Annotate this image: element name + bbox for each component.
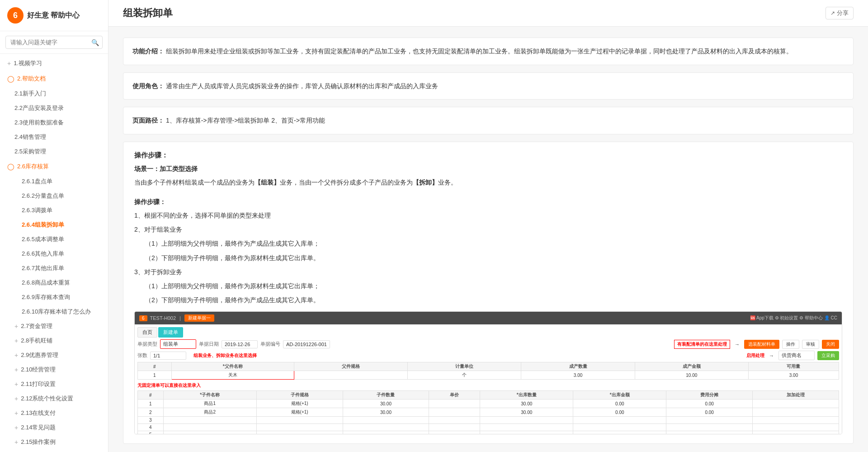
step-2-1: （1）上部明细为父件明细，最终作为产成品生成其它入库单；	[145, 238, 842, 249]
share-button[interactable]: ↗ 分享	[826, 7, 854, 19]
steps-title: 操作步骤：	[134, 198, 842, 206]
ss-annotation-mid2: 启用处理	[746, 352, 764, 359]
ss-parent-section: # *父件名称 父件规格 计量单位 成产数量 成产金额 可用量	[137, 362, 839, 380]
table-row: 5	[138, 431, 839, 434]
logo: 6 好生意 帮助中心	[0, 0, 108, 31]
sidebar-item-adjust-label: 2.6.3调拨单	[22, 206, 52, 214]
sidebar-item-fund[interactable]: + 2.7资金管理	[0, 319, 108, 333]
ss-org-field[interactable]: 供货商名	[778, 351, 815, 360]
sidebar-item-otherout-label: 2.6.7其他出库单	[22, 264, 64, 272]
sidebar-item-bookerr[interactable]: 2.6.10库存账本错了怎么办	[0, 305, 108, 319]
main-area: 组装拆卸单 ↗ 分享 功能介绍： 组装拆卸单用来处理企业组装或拆卸等加工业务，支…	[108, 0, 868, 452]
sidebar-item-install[interactable]: 2.2产品安装及登录	[0, 101, 108, 115]
ss-row2: 张数 1/1 组装业务、拆卸业务在这里选择 启用处理 → 供货商名 立采购	[137, 351, 839, 360]
sidebar-item-video-label: 1.视频学习	[14, 59, 42, 67]
table-row: 4	[138, 424, 839, 431]
ss-tab-new[interactable]: 新建单	[158, 327, 183, 338]
sidebar-item-new[interactable]: 2.1新手入门	[0, 86, 108, 101]
ss-th2-qty: 子件数量	[343, 391, 429, 400]
plus-icon-mobile: +	[14, 337, 18, 344]
scenario1-title: 场景一：加工类型选择	[134, 165, 842, 173]
ss-type-label: 单据类型	[137, 341, 157, 347]
ss-th2-name: *子件名称	[163, 391, 256, 400]
ss-code-value[interactable]: AD-20191226-001	[283, 340, 330, 348]
role-label: 使用角色：	[132, 82, 164, 90]
sidebar-item-stockbook[interactable]: 2.6.9库存账本查询	[0, 290, 108, 305]
role-text: 通常由生产人员或库管人员完成拆装业务的操作，库管人员确认原材料的出库和产成品的入…	[166, 82, 438, 90]
sidebar-item-faq-label: 2.14常见问题	[21, 423, 56, 432]
sidebar-item-payment-label: 2.13在线支付	[21, 409, 56, 417]
sidebar-item-payment[interactable]: + 2.13在线支付	[0, 406, 108, 420]
ss-action3[interactable]: 关闭	[822, 340, 839, 349]
ss-body: 自页 新建单 单据类型 组装单 单据日期 2019-12-26 单据编号 AD-…	[135, 324, 842, 434]
sidebar-item-custom[interactable]: + 2.12系统个性化设置	[0, 391, 108, 406]
sidebar-item-mobile[interactable]: + 2.8手机旺铺	[0, 333, 108, 348]
sidebar-item-coupon[interactable]: + 2.9优惠券管理	[0, 348, 108, 362]
sidebar-item-costadj[interactable]: 2.6.5成本调整单	[0, 232, 108, 247]
sidebar-item-ops[interactable]: + 2.10经营管理	[0, 362, 108, 377]
sidebar-item-print[interactable]: + 2.11打印设置	[0, 377, 108, 391]
ss-new-btn[interactable]: 新建单据一	[184, 314, 214, 322]
ss-th2-outamt: *出库金额	[573, 391, 666, 400]
plus-icon-print: +	[14, 381, 18, 388]
ss-tab-list[interactable]: 自页	[137, 327, 157, 338]
screenshot: 6 TEST-H002 | 新建单据一 🆘 App下载 ⚙ 初始设置 ⚙ 帮助中…	[135, 312, 842, 434]
sidebar-item-otherout[interactable]: 2.6.7其他出库单	[0, 261, 108, 276]
ss-num-value[interactable]: 1/1	[150, 352, 186, 360]
ss-select-btn[interactable]: 选装配材料单	[744, 340, 779, 349]
sidebar-item-docs[interactable]: ◯ 2.帮助文档	[0, 71, 108, 86]
sidebar-item-partial[interactable]: 2.6.2分量盘点单	[0, 189, 108, 203]
search-box: 🔍	[0, 31, 108, 54]
sidebar-item-mobile-label: 2.8手机旺铺	[21, 337, 52, 345]
sidebar-item-faq[interactable]: + 2.14常见问题	[0, 420, 108, 435]
sidebar-item-otherin[interactable]: 2.6.6其他入库单	[0, 247, 108, 261]
ss-sub-table: # *子件名称 子件规格 子件数量 单价 *出库数量 *出库金额 费用分摊 加加	[137, 390, 839, 434]
ss-logo: 6	[139, 315, 147, 321]
sidebar-item-stockcheck-label: 2.6.1盘点单	[22, 177, 52, 186]
sidebar-item-inventory[interactable]: ◯ 2.6库存核算	[0, 159, 108, 174]
plus-icon-cases: +	[14, 438, 18, 446]
plus-icon-custom: +	[14, 395, 18, 402]
content-area: 功能介绍： 组装拆卸单用来处理企业组装或拆卸等加工业务，支持有固定装配清单的产品…	[108, 27, 868, 452]
ss-action2[interactable]: 审核	[802, 340, 819, 349]
plus-icon-ops: +	[14, 366, 18, 373]
sidebar-item-video[interactable]: + 1.视频学习	[0, 56, 108, 71]
sidebar-item-assembly-label: 2.6.4组装拆卸单	[22, 221, 64, 229]
sidebar-item-fund-label: 2.7资金管理	[21, 322, 52, 330]
sidebar-item-partial-label: 2.6.2分量盘点单	[22, 192, 64, 200]
ss-th2-price: 单价	[429, 391, 480, 400]
sidebar-item-stockcheck[interactable]: 2.6.1盘点单	[0, 174, 108, 189]
sidebar-item-sales[interactable]: 2.4销售管理	[0, 130, 108, 144]
ss-type-value[interactable]: 组装单	[160, 339, 196, 349]
ss-date-value[interactable]: 2019-12-26	[222, 340, 258, 348]
ss-header-text: TEST-H002	[150, 315, 176, 321]
sidebar-item-print-label: 2.11打印设置	[21, 380, 56, 388]
sidebar-item-data-label: 2.3使用前数据准备	[14, 119, 64, 127]
table-row: 1 商品1 规格(+1) 30.00 30.00 0.00 0.00	[138, 400, 839, 408]
sidebar-item-sales-label: 2.4销售管理	[14, 133, 46, 141]
ss-confirm-btn[interactable]: 立采购	[817, 351, 839, 360]
sidebar-item-cases[interactable]: + 2.15操作案例	[0, 435, 108, 449]
ss-th2-num: #	[138, 391, 164, 400]
plus-icon-coupon: +	[14, 352, 18, 359]
sidebar-item-new-label: 2.1新手入门	[14, 90, 46, 98]
ss-action1[interactable]: 操作	[782, 340, 799, 349]
ss-th2-spec: 子件规格	[256, 391, 343, 400]
sidebar-item-adjust[interactable]: 2.6.3调拨单	[0, 203, 108, 218]
step-3-2: （2）下部明细为子件明细，最终作为产成品生成其它入库单。	[145, 295, 842, 306]
table-row: 3	[138, 417, 839, 424]
ss-th2-alloc: 费用分摊	[666, 391, 753, 400]
sidebar-item-assembly[interactable]: 2.6.4组装拆卸单	[0, 218, 108, 232]
ss-th-name: *父件名称	[171, 362, 294, 371]
logo-text: 好生意 帮助中心	[27, 11, 80, 20]
sidebar-item-inventory-label: 2.6库存核算	[17, 162, 49, 171]
ss-th-qty: 成产数量	[521, 362, 635, 371]
sidebar-item-data[interactable]: 2.3使用前数据准备	[0, 115, 108, 130]
sidebar-item-install-label: 2.2产品安装及登录	[14, 104, 64, 112]
search-icon[interactable]: 🔍	[91, 39, 99, 46]
step-3: 3、对于拆卸业务	[134, 266, 842, 278]
sidebar-item-bookerr-label: 2.6.10库存账本错了怎么办	[22, 308, 91, 316]
search-input[interactable]	[5, 36, 103, 49]
sidebar-item-purchase[interactable]: 2.5采购管理	[0, 144, 108, 159]
sidebar-item-goodscost[interactable]: 2.6.8商品成本重算	[0, 276, 108, 290]
